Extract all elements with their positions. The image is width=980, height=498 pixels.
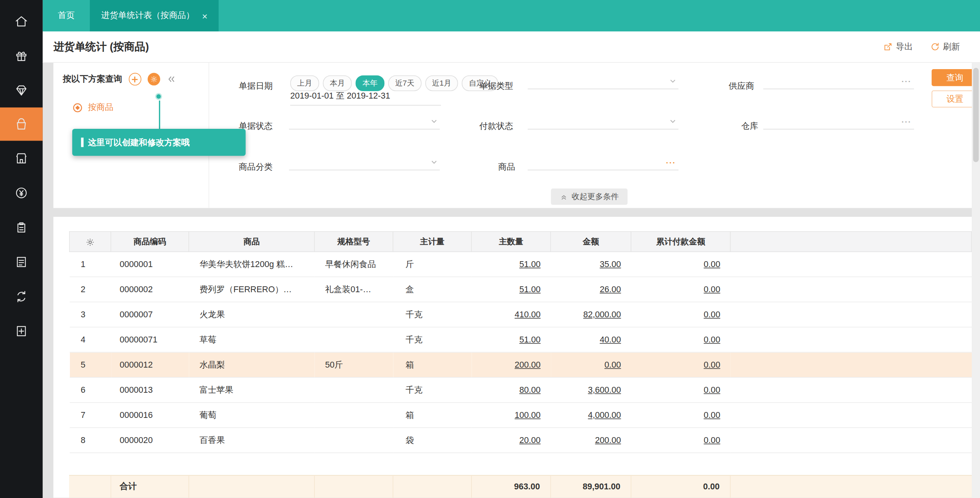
gear-icon <box>150 75 157 83</box>
collapse-more-button[interactable]: 收起更多条件 <box>551 189 627 205</box>
paid-link[interactable]: 0.00 <box>704 285 720 294</box>
qty-link[interactable]: 100.00 <box>515 410 541 420</box>
amount-link[interactable]: 35.00 <box>600 260 621 269</box>
sidebar-item-reports[interactable] <box>0 244 43 279</box>
pill-last-7-days[interactable]: 近7天 <box>388 75 421 91</box>
cell-code: 0000016 <box>111 403 188 428</box>
vertical-scrollbar[interactable] <box>972 63 980 498</box>
sidebar-item-home[interactable] <box>0 4 43 38</box>
qty-link[interactable]: 410.00 <box>515 310 541 319</box>
pill-this-year[interactable]: 本年 <box>356 75 385 91</box>
header-paid[interactable]: 累计付款金额 <box>631 232 730 252</box>
header-amount[interactable]: 金额 <box>550 232 631 252</box>
paid-link[interactable]: 0.00 <box>704 310 720 319</box>
column-settings-button[interactable] <box>69 232 111 252</box>
amount-link[interactable]: 0.00 <box>605 360 621 370</box>
sidebar-item-promotion[interactable] <box>0 73 43 108</box>
cell-spec <box>314 377 393 403</box>
paid-link[interactable]: 0.00 <box>704 260 720 269</box>
paid-link[interactable]: 0.00 <box>704 335 720 344</box>
sidebar-item-orders[interactable] <box>0 210 43 244</box>
category-select[interactable] <box>289 153 440 170</box>
add-scheme-button[interactable] <box>128 73 141 86</box>
cell-filler <box>730 428 971 453</box>
results-table: 商品编码 商品 规格型号 主计量 主数量 金额 累计付款金额 1 0000001 <box>69 231 972 453</box>
export-icon <box>883 42 893 51</box>
report-doc-icon <box>15 255 28 269</box>
table-row[interactable]: 3 0000007 火龙果 千克 410.00 82,000.00 0.00 <box>69 302 972 327</box>
pay-status-select[interactable] <box>528 112 678 130</box>
paid-link[interactable]: 0.00 <box>704 360 720 370</box>
sidebar-item-store[interactable] <box>0 141 43 175</box>
settings-button[interactable]: 设置 <box>932 90 978 107</box>
sidebar-item-sync[interactable] <box>0 279 43 313</box>
scheme-item-by-product[interactable]: 按商品 <box>72 102 208 113</box>
pill-last-month[interactable]: 上月 <box>290 75 319 91</box>
paid-link[interactable]: 0.00 <box>704 436 720 445</box>
doc-date-range-input[interactable]: 2019-01-01 至 2019-12-31 <box>290 90 441 105</box>
table-row[interactable]: 2 0000002 费列罗（FERRERO）… 礼盒装01-… 盒 51.00 … <box>69 277 972 302</box>
product-input[interactable]: ··· <box>528 153 678 170</box>
qty-link[interactable]: 20.00 <box>519 436 541 445</box>
qty-link[interactable]: 80.00 <box>519 385 541 395</box>
promotion-icon <box>15 83 28 97</box>
date-pill-group: 上月 本月 本年 近7天 近1月 自定义 <box>290 75 498 91</box>
refresh-button[interactable]: 刷新 <box>931 41 960 53</box>
tab-active[interactable]: 进货单统计表（按商品） × <box>90 0 219 31</box>
amount-link[interactable]: 26.00 <box>600 285 621 294</box>
table-row[interactable]: 4 00000071 草莓 千克 51.00 40.00 0.00 <box>69 327 972 352</box>
table-row[interactable]: 8 0000020 百香果 袋 20.00 200.00 0.00 <box>69 428 972 453</box>
qty-link[interactable]: 51.00 <box>519 335 541 344</box>
table-row[interactable]: 6 0000013 富士苹果 千克 80.00 3,600.00 0.00 <box>69 377 972 403</box>
sidebar-item-new[interactable] <box>0 313 43 348</box>
money-icon <box>15 186 28 200</box>
cell-product: 草莓 <box>189 327 314 352</box>
amount-link[interactable]: 200.00 <box>595 436 621 445</box>
amount-link[interactable]: 82,000.00 <box>583 310 621 319</box>
table-row-selected[interactable]: 5 0000012 水晶梨 50斤 箱 200.00 0.00 0.00 <box>69 352 972 377</box>
header-spec[interactable]: 规格型号 <box>314 232 393 252</box>
amount-link[interactable]: 40.00 <box>600 335 621 344</box>
title-actions: 导出 刷新 <box>883 41 960 53</box>
table-row[interactable]: 1 0000001 华美华夫软饼1200g 糕… 早餐休闲食品 斤 51.00 … <box>69 252 972 277</box>
sidebar-item-finance[interactable] <box>0 175 43 210</box>
scheme-panel-title: 按以下方案查询 <box>63 73 122 85</box>
amount-link[interactable]: 4,000.00 <box>588 410 621 420</box>
pill-last-1-month[interactable]: 近1月 <box>425 75 458 91</box>
sidebar-item-purchase[interactable] <box>0 108 43 141</box>
table-row[interactable]: 7 0000016 葡萄 箱 100.00 4,000.00 0.00 <box>69 403 972 428</box>
sidebar <box>0 0 43 498</box>
cell-filler <box>730 327 971 352</box>
paid-link[interactable]: 0.00 <box>704 385 720 395</box>
cell-product: 费列罗（FERRERO）… <box>189 277 314 302</box>
page-header: 进货单统计 (按商品) 导出 刷新 <box>43 31 980 63</box>
header-unit[interactable]: 主计量 <box>393 232 472 252</box>
tooltip-anchor-dot <box>155 93 162 100</box>
header-code[interactable]: 商品编码 <box>111 232 188 252</box>
paid-link[interactable]: 0.00 <box>704 410 720 420</box>
scheme-settings-button[interactable] <box>147 73 160 86</box>
doc-status-select[interactable] <box>289 112 440 130</box>
double-chevron-left-icon <box>166 74 176 84</box>
amount-link[interactable]: 3,600.00 <box>588 385 621 395</box>
supplier-input[interactable]: ··· <box>763 71 914 89</box>
cell-unit: 千克 <box>393 327 472 352</box>
export-label: 导出 <box>896 41 913 53</box>
pill-this-month[interactable]: 本月 <box>323 75 352 91</box>
qty-link[interactable]: 200.00 <box>515 360 541 370</box>
query-button[interactable]: 查询 <box>932 69 978 86</box>
header-product[interactable]: 商品 <box>189 232 314 252</box>
tab-close-icon[interactable]: × <box>202 11 207 20</box>
export-button[interactable]: 导出 <box>883 41 913 53</box>
header-qty[interactable]: 主数量 <box>472 232 551 252</box>
row-index: 1 <box>69 252 111 277</box>
warehouse-input[interactable]: ··· <box>763 112 914 130</box>
qty-link[interactable]: 51.00 <box>519 285 541 294</box>
doc-type-select[interactable] <box>528 71 678 89</box>
collapse-panel-button[interactable] <box>166 74 176 84</box>
cell-product: 葡萄 <box>189 403 314 428</box>
qty-link[interactable]: 51.00 <box>519 260 541 269</box>
scrollbar-thumb[interactable] <box>973 68 978 162</box>
sidebar-item-gift[interactable] <box>0 38 43 73</box>
tab-home[interactable]: 首页 <box>43 0 90 31</box>
